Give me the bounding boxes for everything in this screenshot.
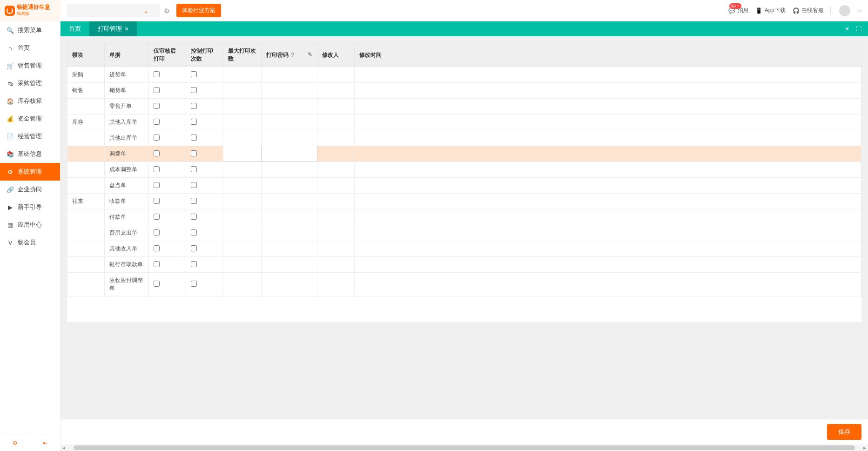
checkbox[interactable]	[154, 71, 160, 77]
table-row[interactable]: 往来收款单	[67, 194, 861, 209]
checkbox[interactable]	[191, 198, 197, 204]
cell-password	[262, 257, 317, 273]
cell-audit-only	[149, 257, 186, 273]
cell-modify-time	[355, 162, 861, 178]
checkbox[interactable]	[154, 261, 160, 267]
close-tab-icon[interactable]: ✕	[845, 26, 849, 32]
cell-module: 销售	[67, 83, 105, 99]
sidebar-item-appcenter[interactable]: ▦应用中心	[0, 216, 60, 234]
table-row[interactable]: 其他出库单	[67, 130, 861, 146]
sidebar-item-purchase[interactable]: 🛍采购管理	[0, 74, 60, 92]
appcenter-icon: ▦	[7, 221, 14, 229]
sidebar-item-vip[interactable]: V畅会员	[0, 234, 60, 251]
cell-modifier	[317, 209, 355, 225]
fullscreen-icon[interactable]: ⛶	[856, 26, 861, 32]
cell-doc: 进货单	[105, 67, 149, 83]
checkbox[interactable]	[191, 182, 197, 188]
tab-1[interactable]: 打印管理×	[89, 21, 137, 36]
gear-icon[interactable]: ⚙	[164, 7, 170, 14]
cell-control-count	[186, 67, 223, 83]
sidebar-item-collab[interactable]: 🔗企业协同	[0, 181, 60, 198]
save-button[interactable]: 保存	[827, 424, 861, 440]
chevron-down-icon[interactable]: ⌄	[143, 7, 149, 14]
checkbox[interactable]	[191, 229, 197, 236]
table-row[interactable]: 采购进货单	[67, 67, 861, 83]
sidebar-item-label: 系统管理	[18, 168, 42, 176]
sidebar-item-base[interactable]: 📚基础信息	[0, 145, 60, 163]
app-download-button[interactable]: 📱 App下载	[755, 7, 786, 14]
checkbox[interactable]	[154, 214, 160, 220]
checkbox[interactable]	[154, 166, 160, 172]
table-row[interactable]: 付款单	[67, 209, 861, 225]
checkbox[interactable]	[154, 103, 160, 109]
cell-max-count[interactable]	[223, 146, 262, 162]
scrollbar-thumb[interactable]	[74, 445, 855, 450]
checkbox[interactable]	[191, 119, 197, 125]
cell-max-count	[223, 209, 262, 225]
checkbox[interactable]	[191, 71, 197, 77]
cell-control-count	[186, 99, 223, 114]
table-row[interactable]: 其他收入单	[67, 241, 861, 257]
table-row[interactable]: 应收应付调整单	[67, 273, 861, 296]
cell-doc: 其他出库单	[105, 130, 149, 146]
cell-password[interactable]	[262, 146, 317, 162]
sidebar-item-stock[interactable]: 🏠库存核算	[0, 92, 60, 110]
checkbox[interactable]	[154, 198, 160, 204]
sidebar-item-system[interactable]: ⚙系统管理	[0, 163, 60, 181]
checkbox[interactable]	[191, 214, 197, 220]
checkbox[interactable]	[191, 135, 197, 141]
checkbox[interactable]	[191, 261, 197, 267]
sidebar-item-sales[interactable]: 🛒销售管理	[0, 57, 60, 74]
table-row[interactable]: 调拨单	[67, 146, 861, 162]
edit-icon[interactable]: ✎	[308, 51, 312, 58]
collapse-icon[interactable]: ⇤	[43, 440, 47, 446]
checkbox[interactable]	[191, 245, 197, 251]
checkbox[interactable]	[191, 281, 197, 287]
checkbox[interactable]	[191, 87, 197, 93]
table-row[interactable]: 销售销货单	[67, 83, 861, 99]
sidebar-item-search[interactable]: 🔍搜索菜单	[0, 21, 60, 39]
sidebar-item-home[interactable]: ⌂首页	[0, 39, 60, 57]
sidebar-item-guide[interactable]: ▶新手引导	[0, 198, 60, 216]
horizontal-scrollbar[interactable]: ◂ ▸	[61, 444, 868, 451]
checkbox[interactable]	[191, 150, 197, 156]
checkbox[interactable]	[154, 87, 160, 93]
column-header: 最大打印次数	[223, 43, 262, 67]
sidebar-item-fund[interactable]: 💰资金管理	[0, 110, 60, 128]
cell-doc: 费用支出单	[105, 225, 149, 241]
checkbox[interactable]	[154, 229, 160, 236]
avatar[interactable]	[839, 5, 850, 16]
tab-0[interactable]: 首页	[61, 21, 89, 36]
checkbox[interactable]	[154, 119, 160, 125]
checkbox[interactable]	[191, 103, 197, 109]
table-row[interactable]: 零售开单	[67, 99, 861, 114]
help-icon[interactable]: ?	[291, 52, 294, 58]
table-row[interactable]: 银行存取款单	[67, 257, 861, 273]
org-selector[interactable]: ⌄	[67, 4, 160, 17]
checkbox[interactable]	[191, 166, 197, 172]
checkbox[interactable]	[154, 150, 160, 156]
cell-doc: 调拨单	[105, 146, 149, 162]
checkbox[interactable]	[154, 245, 160, 251]
checkbox[interactable]	[154, 182, 160, 188]
phone-icon: 📱	[755, 7, 763, 14]
org-selector-input[interactable]	[71, 7, 141, 14]
tab-close-icon[interactable]: ×	[125, 25, 128, 33]
online-service-button[interactable]: 🎧 在线客服	[792, 7, 824, 14]
settings-icon[interactable]: ⚙	[13, 440, 18, 446]
cell-max-count	[223, 114, 262, 130]
checkbox[interactable]	[154, 135, 160, 141]
table-row[interactable]: 费用支出单	[67, 225, 861, 241]
checkbox[interactable]	[154, 281, 160, 287]
stock-icon: 🏠	[7, 97, 14, 105]
sidebar-item-report[interactable]: 📄经营管理	[0, 128, 60, 145]
cell-modifier	[317, 67, 355, 83]
cell-control-count	[186, 83, 223, 99]
username[interactable]	[857, 9, 862, 12]
industry-plan-button[interactable]: 体验行业方案	[176, 4, 221, 17]
cell-password	[262, 83, 317, 99]
messages-button[interactable]: 💬99 + 消息	[728, 7, 749, 14]
table-row[interactable]: 库存其他入库单	[67, 114, 861, 130]
table-row[interactable]: 成本调整单	[67, 162, 861, 178]
table-row[interactable]: 盘点单	[67, 178, 861, 194]
